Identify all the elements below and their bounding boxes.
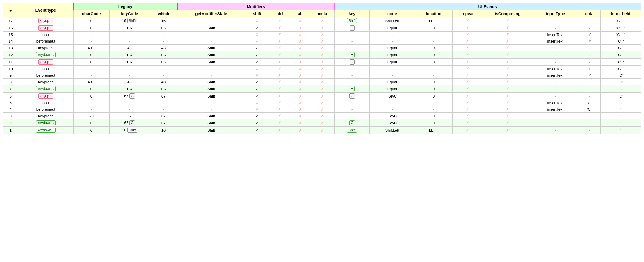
data-cell: 'C'	[578, 106, 601, 113]
code-cell: Equal	[370, 59, 415, 66]
data-cell: '+'	[578, 66, 601, 72]
x-mark-icon: ✗	[466, 19, 469, 23]
x-mark-icon: ✗	[321, 101, 324, 105]
charcode-cell: 0	[73, 59, 109, 66]
key-badge: keydown ↓	[36, 86, 56, 91]
key-badge: +	[350, 86, 355, 91]
x-mark-icon: ✗	[321, 39, 324, 43]
which-cell: -	[150, 106, 177, 113]
table-cell: ✗	[310, 66, 335, 72]
keycode-cell: 67 C	[109, 119, 150, 127]
inputfield-cell: 'C'	[601, 100, 641, 106]
location-cell: -	[415, 106, 452, 113]
keycode-cell: -	[109, 106, 150, 113]
keycode-cell: -	[109, 100, 150, 106]
location-cell: 0	[415, 113, 452, 119]
table-cell: ✗	[483, 85, 533, 93]
x-mark-icon: ✗	[321, 46, 324, 50]
x-mark-icon: ✗	[506, 73, 509, 77]
table-cell: ✗	[290, 59, 310, 66]
location-cell: -	[415, 32, 452, 38]
x-mark-icon: ✗	[506, 39, 509, 43]
x-mark-icon: ✗	[466, 73, 469, 77]
charcode-cell: 0	[73, 24, 109, 32]
table-cell: ✗	[269, 79, 290, 85]
table-row: 17keyup ↑016 Shift16-✗✗✗✗ShiftShiftLeftL…	[3, 17, 641, 24]
x-mark-icon: ✗	[506, 33, 509, 37]
x-mark-icon: ✗	[278, 67, 281, 71]
x-mark-icon: ✗	[321, 87, 324, 91]
x-mark-icon: ✗	[506, 46, 509, 50]
keycode-cell: -	[109, 72, 150, 79]
data-cell: '+'	[578, 72, 601, 79]
section-headers-row: # Event type Legacy Modifiers UI Events	[3, 3, 641, 10]
x-mark-icon: ✗	[321, 67, 324, 71]
code-cell: Equal	[370, 45, 415, 51]
key-badge: +	[350, 25, 355, 31]
table-cell: ✗	[269, 59, 290, 66]
which-cell: 187	[150, 24, 177, 32]
row-number: 8	[3, 79, 18, 85]
table-cell: ✗	[310, 79, 335, 85]
getmod-cell: -	[177, 100, 245, 106]
inputtype-cell: -	[533, 93, 578, 100]
row-number: 11	[3, 59, 18, 66]
keycode-cell: 67	[109, 113, 150, 119]
table-cell: ✓	[245, 51, 269, 59]
charcode-cell: -	[73, 66, 109, 72]
table-cell: ✗	[310, 113, 335, 119]
legacy-section-header: Legacy	[73, 3, 177, 10]
table-cell: ✗	[452, 113, 483, 119]
x-mark-icon: ✗	[466, 80, 469, 84]
getmod-cell: Shift	[177, 113, 245, 119]
x-mark-icon: ✗	[506, 60, 509, 64]
data-cell: -	[578, 119, 601, 127]
inputfield-cell: 'C'	[601, 79, 641, 85]
x-mark-icon: ✗	[299, 107, 302, 111]
which-cell: -	[150, 100, 177, 106]
table-row: 8keypress43 +43 43Shift✓✗✗✗+Equal0✗✗--'C…	[3, 79, 641, 85]
inputfield-cell: 'C+'	[601, 59, 641, 66]
row-number: 15	[3, 32, 18, 38]
row-number: 9	[3, 72, 18, 79]
table-cell: ✗	[269, 119, 290, 127]
x-mark-icon: ✗	[506, 121, 509, 125]
key-badge: +	[350, 59, 355, 65]
event-type-cell: keydown ↓	[18, 119, 73, 127]
event-type-cell: beforeinput	[18, 72, 73, 79]
inputtype-cell: -	[533, 24, 578, 32]
x-mark-icon: ✗	[466, 33, 469, 37]
table-cell: ✗	[269, 100, 290, 106]
x-mark-icon: ✗	[321, 26, 324, 30]
x-mark-icon: ✗	[506, 114, 509, 118]
code-cell: Equal	[370, 24, 415, 32]
x-mark-icon: ✗	[466, 94, 469, 98]
data-cell: -	[578, 45, 601, 51]
table-cell: ✗	[452, 119, 483, 127]
table-row: 5input----✗✗✗✗---✗✗insertText'C''C'	[3, 100, 641, 106]
charcode-cell: -	[73, 106, 109, 113]
location-cell: -	[415, 100, 452, 106]
event-type-cell: keydown ↓	[18, 51, 73, 59]
check-mark-icon: ✓	[255, 45, 259, 50]
inputfield-cell: 'C+'	[601, 66, 641, 72]
inputfield-cell: 'C++'	[601, 24, 641, 32]
key-value-cell: +	[335, 45, 370, 51]
charcode-cell: -	[73, 38, 109, 45]
check-mark-icon: ✓	[255, 94, 259, 98]
table-row: 12keydown ↓0187 187Shift✓✗✗✗+Equal0✗✗--'…	[3, 51, 641, 59]
table-cell: ✗	[269, 24, 290, 32]
x-mark-icon: ✗	[466, 101, 469, 105]
table-cell: ✗	[483, 38, 533, 45]
alt-col-header: alt	[290, 10, 310, 17]
key-value-cell: C	[335, 93, 370, 100]
x-mark-icon: ✗	[255, 107, 259, 111]
table-cell: ✗	[290, 45, 310, 51]
table-cell: ✗	[310, 100, 335, 106]
uievents-section-header: UI Events	[335, 3, 641, 10]
table-cell: ✗	[452, 32, 483, 38]
shift-col-header: shift	[245, 10, 269, 17]
x-mark-icon: ✗	[278, 107, 281, 111]
table-cell: ✗	[269, 45, 290, 51]
x-mark-icon: ✗	[278, 26, 281, 30]
